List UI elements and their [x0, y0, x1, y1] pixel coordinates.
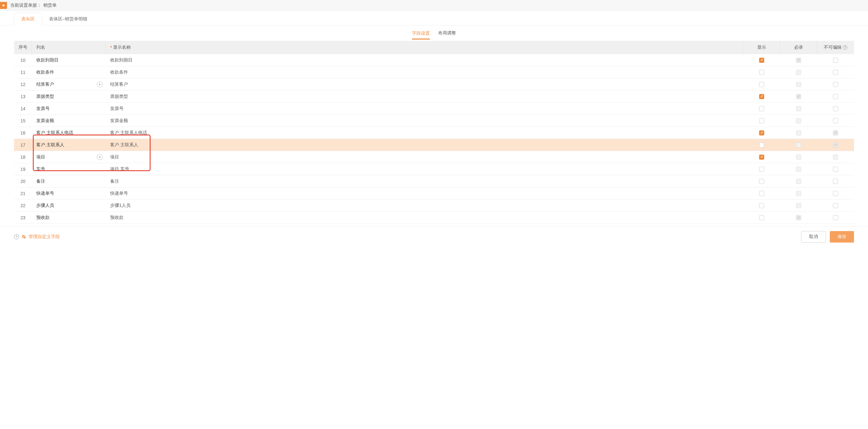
checkbox-readonly[interactable]: [833, 106, 838, 111]
checkbox-readonly[interactable]: [833, 94, 838, 99]
th-readonly-text: 不可编辑: [824, 45, 842, 50]
checkbox-show[interactable]: [759, 167, 764, 172]
checkbox-readonly[interactable]: [833, 82, 838, 87]
cell-seq: 19: [14, 163, 32, 175]
table-row[interactable]: 21快递单号快递单号: [14, 188, 854, 200]
cell-display-name[interactable]: 备注: [106, 175, 743, 187]
cell-display-name[interactable]: 预收款: [106, 211, 743, 223]
checkbox-required: [796, 131, 801, 136]
th-show: 显示: [743, 41, 780, 54]
cell-display-name[interactable]: 项目: [106, 151, 743, 163]
cell-readonly: [817, 188, 854, 199]
checkbox-required: [796, 82, 801, 87]
checkbox-show[interactable]: [759, 203, 764, 208]
cell-required: [780, 90, 817, 102]
cell-readonly: [817, 78, 854, 90]
table-row[interactable]: 19车号项目.车号: [14, 163, 854, 175]
checkbox-show[interactable]: [759, 82, 764, 87]
table-row[interactable]: 12结算客户+结算客户: [14, 78, 854, 90]
cell-show: [743, 127, 780, 139]
cell-display-name[interactable]: 收款到期日: [106, 54, 743, 66]
table-row[interactable]: 16客户.主联系人电话客户.主联系人电话: [14, 127, 854, 139]
checkbox-show[interactable]: [759, 179, 764, 184]
cell-seq: 13: [14, 90, 32, 102]
cell-display-name[interactable]: 快递单号: [106, 188, 743, 199]
add-sub-field-icon[interactable]: +: [97, 82, 102, 87]
cell-display-name[interactable]: 收款条件: [106, 66, 743, 78]
add-sub-field-icon[interactable]: +: [97, 154, 102, 160]
cell-seq: 21: [14, 188, 32, 199]
checkbox-readonly[interactable]: [833, 167, 838, 172]
checkbox-show[interactable]: [759, 131, 764, 136]
checkbox-required: [796, 179, 801, 184]
cell-name: 收款条件: [32, 66, 106, 78]
cell-show: [743, 188, 780, 199]
cell-name: 结算客户+: [32, 78, 106, 90]
table-row[interactable]: 15发票金额发票金额: [14, 115, 854, 127]
cell-name: 收款到期日: [32, 54, 106, 66]
table-row[interactable]: 11收款条件收款条件: [14, 66, 854, 78]
table-row[interactable]: 13票据类型票据类型: [14, 90, 854, 103]
checkbox-readonly[interactable]: [833, 191, 838, 196]
cell-display-name[interactable]: 票据类型: [106, 90, 743, 102]
cell-show: [743, 163, 780, 175]
tab-layout-adjust[interactable]: 布局调整: [438, 27, 456, 39]
help-icon[interactable]: ?: [843, 45, 847, 50]
checkbox-required: [796, 154, 801, 160]
table-header: 序号 列名 *显示名称 显示 必录 不可编辑?: [14, 41, 854, 54]
config-tabs: 字段设置 布局调整: [0, 26, 868, 41]
cell-name: 快递单号: [32, 188, 106, 199]
th-required: 必录: [780, 41, 817, 54]
checkbox-show[interactable]: [759, 94, 764, 99]
checkbox-readonly[interactable]: [833, 179, 838, 184]
field-table: 序号 列名 *显示名称 显示 必录 不可编辑? 10收款到期日收款到期日11收款…: [0, 41, 868, 224]
checkbox-show[interactable]: [759, 118, 764, 123]
checkbox-readonly[interactable]: [833, 118, 838, 123]
checkbox-show[interactable]: [759, 154, 764, 160]
cell-display-name[interactable]: 客户.主联系人: [106, 139, 743, 151]
help-icon[interactable]: ?: [14, 234, 19, 239]
checkbox-show[interactable]: [759, 70, 764, 75]
cell-name-text: 车号: [36, 166, 45, 172]
checkbox-show[interactable]: [759, 215, 764, 220]
checkbox-show[interactable]: [759, 191, 764, 196]
table-row[interactable]: 14发票号发票号: [14, 103, 854, 115]
cell-readonly: [817, 103, 854, 114]
table-row[interactable]: 10收款到期日收款到期日: [14, 54, 854, 66]
save-button[interactable]: 保存: [830, 231, 854, 242]
cell-name-text: 项目: [36, 154, 45, 160]
table-row[interactable]: 20备注备注: [14, 175, 854, 188]
checkbox-required: [796, 203, 801, 208]
cell-show: [743, 90, 780, 102]
checkbox-readonly[interactable]: [833, 203, 838, 208]
checkbox-readonly[interactable]: [833, 58, 838, 63]
footer: ? 管理自定义字段 取消 保存: [0, 226, 868, 247]
tab-header-area[interactable]: 表头区: [14, 13, 42, 26]
tab-field-settings[interactable]: 字段设置: [412, 28, 430, 39]
cell-required: [780, 66, 817, 78]
cancel-button[interactable]: 取消: [801, 231, 826, 242]
cell-display-name[interactable]: 项目.车号: [106, 163, 743, 175]
cell-display-name[interactable]: 客户.主联系人电话: [106, 127, 743, 139]
cell-display-name[interactable]: 步骤1人员: [106, 200, 743, 211]
checkbox-readonly[interactable]: [833, 215, 838, 220]
cell-display-name[interactable]: 结算客户: [106, 78, 743, 90]
cell-display-name[interactable]: 发票号: [106, 103, 743, 114]
expand-sidebar-button[interactable]: [0, 2, 7, 9]
checkbox-readonly[interactable]: [833, 70, 838, 75]
checkbox-show[interactable]: [759, 106, 764, 111]
checkbox-show[interactable]: [759, 58, 764, 63]
manage-custom-fields-link[interactable]: 管理自定义字段: [29, 234, 60, 240]
table-row[interactable]: 22步骤人员步骤1人员: [14, 200, 854, 211]
cell-name-text: 客户.主联系人: [36, 142, 64, 148]
table-row[interactable]: 18项目+项目: [14, 151, 854, 163]
cell-name: 预收款: [32, 211, 106, 223]
cell-display-name[interactable]: 发票金额: [106, 115, 743, 126]
footer-left: ? 管理自定义字段: [14, 234, 60, 240]
top-bar: 当前设置单据： 销货单: [0, 0, 868, 11]
table-row[interactable]: 23预收款预收款: [14, 211, 854, 224]
checkbox-show[interactable]: [759, 142, 764, 148]
tab-body-detail[interactable]: 表体区–销货单明细: [42, 13, 94, 25]
table-row[interactable]: 17客户.主联系人客户.主联系人: [14, 139, 854, 151]
cell-name: 项目+: [32, 151, 106, 163]
